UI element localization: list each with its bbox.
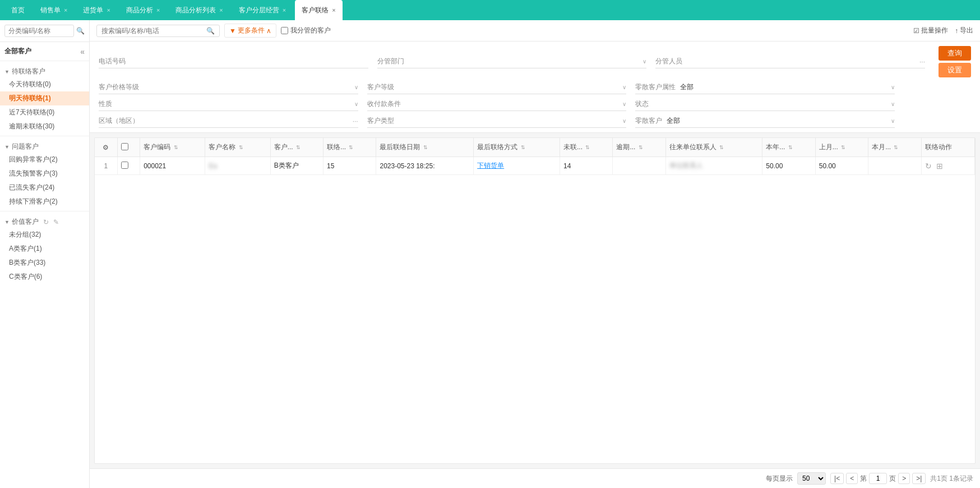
row-last-contact-link[interactable]: 下销货单 — [477, 162, 504, 169]
prev-page-btn[interactable]: < — [846, 473, 858, 484]
group-value-edit-icon[interactable]: ✎ — [53, 218, 59, 226]
nav-sales-order[interactable]: 销售单 × — [34, 0, 74, 20]
filter-retail-customer: 零散客户 全部 ∨ — [635, 114, 895, 128]
sidebar-item-overdue-contact[interactable]: 逾期未联络(30) — [0, 119, 89, 133]
row-action-grid-icon[interactable]: ⊞ — [936, 162, 943, 171]
col-customer-code[interactable]: 客户编码 ⇅ — [140, 138, 205, 157]
filter-region-label: 区域（地区） — [99, 116, 139, 126]
filter-nature: 性质 ∨ — [99, 98, 358, 111]
filter-label: 更多条件 — [238, 26, 265, 35]
col-checkbox — [117, 138, 140, 157]
filter-retail-customer-dropdown-icon[interactable]: ∨ — [891, 118, 895, 124]
filter-btn[interactable]: ▼ 更多条件 ∧ — [224, 24, 276, 38]
nav-customer-contact-close[interactable]: × — [332, 7, 335, 13]
toolbar-search-input[interactable] — [101, 27, 204, 35]
toolbar-search-icon[interactable]: 🔍 — [206, 27, 215, 35]
nav-sales-order-close[interactable]: × — [64, 7, 67, 13]
nav-purchase-order-close[interactable]: × — [107, 7, 110, 13]
query-button[interactable]: 查询 — [939, 46, 971, 61]
filter-status-dropdown-icon[interactable]: ∨ — [891, 101, 895, 107]
row-actions: ↻ ⊞ — [921, 157, 974, 175]
sidebar-item-class-c[interactable]: C类客户(6) — [0, 270, 89, 284]
sort-icon-code: ⇅ — [174, 145, 178, 150]
settings-icon[interactable]: ⚙ — [103, 144, 109, 151]
group-value-refresh-icon[interactable]: ↻ — [43, 218, 49, 226]
sidebar-search-input[interactable] — [4, 25, 74, 37]
toolbar-search-container: 🔍 — [96, 25, 220, 37]
row-type: B类客户 — [270, 157, 323, 175]
col-this-month: 本月... ⇅ — [868, 138, 921, 157]
sort-icon-unit-contact: ⇅ — [719, 145, 724, 150]
table-footer: 每页显示 50 100 200 |< < 第 页 > >| 共1页 1条记录 — [90, 468, 980, 488]
row-select-checkbox[interactable] — [121, 162, 128, 169]
nav-home[interactable]: 首页 — [4, 0, 31, 20]
filter-manager-more-icon[interactable]: ··· — [919, 58, 925, 66]
sidebar-item-ungrouped[interactable]: 未分组(32) — [0, 228, 89, 242]
content-area: 🔍 ▼ 更多条件 ∧ 我分管的客户 ☑ 批量操作 ↑ 导出 — [90, 20, 980, 488]
sidebar-item-churned[interactable]: 已流失客户(24) — [0, 181, 89, 195]
per-page-select[interactable]: 50 100 200 — [797, 472, 826, 485]
filter-customer-grade-dropdown-icon[interactable]: ∨ — [622, 84, 626, 90]
filter-customer-type: 客户类型 ∨ — [367, 114, 627, 128]
top-navigation: 首页 销售单 × 进货单 × 商品分析 × 商品分析列表 × 客户分层经营 × … — [0, 0, 980, 20]
row-action-refresh-icon[interactable]: ↻ — [925, 162, 932, 171]
sidebar-item-tomorrow-pending[interactable]: 明天待联络(1) — [0, 91, 89, 105]
nav-customer-segmentation-close[interactable]: × — [283, 7, 286, 13]
next-page-btn[interactable]: > — [898, 473, 910, 484]
group-value-customers-label: 价值客户 — [12, 217, 39, 227]
nav-purchase-order[interactable]: 进货单 × — [76, 0, 117, 20]
filter-retail-attr-label: 零散客户属性 — [635, 82, 676, 92]
row-this-month — [868, 157, 921, 175]
nav-product-analysis-list-close[interactable]: × — [219, 7, 223, 13]
filter-retail-customer-value[interactable]: 全部 — [667, 116, 889, 126]
filter-nature-dropdown-icon[interactable]: ∨ — [354, 101, 358, 107]
sidebar-item-class-b[interactable]: B类客户(33) — [0, 256, 89, 270]
pagination: |< < 第 页 > >| — [830, 473, 926, 484]
row-this-year: 50.00 — [762, 157, 815, 175]
batch-operation-btn[interactable]: ☑ 批量操作 — [913, 26, 948, 35]
nav-product-analysis-list[interactable]: 商品分析列表 × — [169, 0, 229, 20]
filter-customer-grade-label: 客户等级 — [367, 82, 394, 92]
sidebar-search-icon[interactable]: 🔍 — [76, 27, 85, 35]
filter-retail-attr-value[interactable]: 全部 — [680, 82, 889, 92]
row-overdue — [613, 157, 665, 175]
filter-payment-terms-dropdown-icon[interactable]: ∨ — [622, 101, 626, 107]
row-unit-contact-blurred: 单位联系人 — [669, 162, 703, 169]
col-settings-icon[interactable]: ⚙ — [95, 138, 117, 157]
page-suffix: 页 — [889, 474, 896, 484]
sidebar-item-class-a[interactable]: A类客户(1) — [0, 242, 89, 256]
row-code: 000021 — [140, 157, 205, 175]
group-pending-contact-label: 待联络客户 — [12, 67, 45, 76]
filter-retail-attr-dropdown-icon[interactable]: ∨ — [891, 84, 895, 90]
first-page-btn[interactable]: |< — [830, 473, 844, 484]
nav-customer-contact[interactable]: 客户联络 × — [295, 0, 342, 20]
filter-price-grade-dropdown-icon[interactable]: ∨ — [354, 84, 358, 90]
table-area: ⚙ 客户编码 ⇅ 客户名称 ⇅ — [94, 137, 976, 464]
sidebar-item-repurchase-abnormal[interactable]: 回购异常客户(2) — [0, 153, 89, 167]
filter-price-grade-label: 客户价格等级 — [99, 82, 139, 92]
page-label: 第 — [860, 474, 867, 484]
export-btn[interactable]: ↑ 导出 — [955, 26, 973, 35]
nav-product-analysis-close[interactable]: × — [156, 7, 160, 13]
collapse-icon[interactable]: « — [80, 47, 85, 56]
customer-table: ⚙ 客户编码 ⇅ 客户名称 ⇅ — [95, 138, 975, 175]
nav-customer-segmentation[interactable]: 客户分层经营 × — [232, 0, 293, 20]
filter-region-more-icon[interactable]: ··· — [353, 117, 358, 125]
last-page-btn[interactable]: >| — [912, 473, 926, 484]
filter-customer-type-dropdown-icon[interactable]: ∨ — [622, 118, 626, 124]
row-last-contact-method: 下销货单 — [474, 157, 560, 175]
sidebar-item-today-pending[interactable]: 今天待联络(0) — [0, 77, 89, 91]
filter-dept-dropdown-icon[interactable]: ∨ — [642, 58, 646, 65]
group-value-customers: ▼ 价值客户 ↻ ✎ — [0, 214, 89, 228]
select-all-checkbox[interactable] — [121, 143, 128, 150]
sidebar-item-churn-warning[interactable]: 流失预警客户(3) — [0, 167, 89, 181]
per-page-label: 每页显示 — [766, 474, 793, 484]
my-customers-checkbox[interactable] — [281, 27, 288, 34]
page-input[interactable] — [869, 473, 887, 484]
settings-button[interactable]: 设置 — [939, 63, 971, 77]
col-customer-name[interactable]: 客户名称 ⇅ — [205, 138, 270, 157]
sidebar-item-7days-pending[interactable]: 近7天待联络(0) — [0, 105, 89, 119]
sidebar-item-declining[interactable]: 持续下滑客户(2) — [0, 195, 89, 209]
nav-product-analysis[interactable]: 商品分析 × — [119, 0, 167, 20]
filter-actions: 查询 设置 — [939, 46, 971, 77]
